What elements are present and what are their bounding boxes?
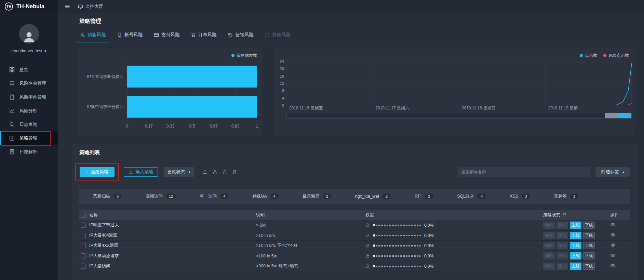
export-icon[interactable]	[202, 170, 207, 175]
row-checkbox[interactable]	[81, 253, 86, 258]
test-button[interactable]: 测试	[556, 222, 568, 229]
edit-button[interactable]: 编辑	[543, 252, 555, 259]
y-tick-label: 16	[280, 74, 284, 78]
search-policy-input[interactable]	[458, 167, 590, 177]
tag-count-badge: 2	[323, 194, 331, 199]
trash-icon[interactable]	[232, 170, 237, 175]
monitor-screen-link[interactable]: 监控大屏	[78, 3, 103, 10]
online-button[interactable]: 上线	[570, 242, 581, 249]
sidebar-nav: 总览风险名单管理风险事件管理风险分析日志查询策略管理日志解析	[0, 63, 58, 159]
offline-button[interactable]: 下线	[583, 232, 595, 239]
app-root: TH TH-Nebula threathunter_test ▼ 总览风险名单管…	[0, 0, 644, 280]
tag-filter[interactable]: 无标签1	[554, 194, 578, 199]
logo: TH TH-Nebula	[0, 0, 58, 13]
sidebar-item-overview[interactable]: 总览	[0, 63, 58, 77]
online-button[interactable]: 上线	[570, 252, 581, 259]
offline-button[interactable]: 下线	[583, 242, 595, 249]
tag-filter[interactable]: 单一访问4	[200, 194, 228, 199]
legend-dot	[580, 54, 583, 57]
test-button[interactable]: 测试	[556, 252, 568, 259]
tab-marketing-risk[interactable]: 营销风险	[226, 30, 255, 42]
tag-filter[interactable]: RFI2	[415, 194, 433, 199]
policy-name: IP大量访问	[89, 263, 110, 269]
eye-icon[interactable]	[610, 263, 616, 268]
online-button[interactable]: 上线	[570, 263, 581, 270]
charts-row: 策略触发数 IP大量请求相似接口IP集中请求部分接口 00.170.330.50…	[78, 48, 634, 135]
weight-slider[interactable]	[373, 225, 421, 226]
test-button[interactable]: 测试	[556, 263, 568, 270]
change-status-dropdown[interactable]: 更改状态 ▼	[164, 167, 194, 177]
offline-button[interactable]: 下线	[583, 263, 595, 270]
tab-account-risk[interactable]: 帐号风险	[116, 30, 144, 42]
legend-item[interactable]: 风险点击数	[603, 53, 629, 58]
row-checkbox[interactable]	[81, 264, 86, 269]
row-checkbox[interactable]	[81, 233, 86, 238]
table-row: IP大量动态请求>100 in 5m0.0%编辑测试上线下线	[79, 251, 630, 261]
sidebar-item-risk-event[interactable]: 风险事件管理	[0, 90, 58, 104]
sidebar-item-risk-analysis[interactable]: 风险分析	[0, 104, 58, 118]
bar-category-label: IP集中请求部分接口	[83, 104, 127, 110]
edit-button[interactable]: 编辑	[543, 242, 555, 249]
tag-filter[interactable]: 高频访问12	[146, 194, 176, 199]
legend-item[interactable]: 策略触发数	[231, 53, 257, 58]
grid-icon	[9, 67, 15, 72]
eye-icon[interactable]	[610, 232, 616, 238]
tag-filter[interactable]: SQL注入4	[457, 194, 486, 199]
user-menu[interactable]: threathunter_test ▼	[0, 49, 58, 53]
account-icon	[117, 32, 122, 38]
test-button[interactable]: 测试	[556, 242, 568, 249]
eye-icon[interactable]	[610, 242, 616, 248]
sidebar-item-risk-list[interactable]: 风险名单管理	[0, 77, 58, 90]
edit-button[interactable]: 编辑	[543, 263, 555, 270]
table-row: IP响应字节过大> 5M0.0%编辑测试上线下线	[79, 220, 630, 230]
row-checkbox[interactable]	[81, 243, 86, 248]
tag-count-badge: 3	[522, 194, 530, 199]
datazoom-selected-range[interactable]	[618, 113, 631, 118]
tab-payment-risk[interactable]: 支付风险	[152, 30, 181, 42]
tab-visitor-risk[interactable]: 访客风险	[79, 30, 107, 42]
datazoom-handle[interactable]	[605, 113, 618, 118]
tag-filter[interactable]: 恶意扫描6	[93, 194, 122, 199]
test-button[interactable]: 测试	[556, 232, 568, 239]
datazoom-slider[interactable]	[286, 113, 632, 119]
sidebar-item-policy-mgmt[interactable]: 策略管理	[0, 131, 58, 145]
row-checkbox[interactable]	[81, 223, 86, 228]
filter-funnel-icon[interactable]	[563, 213, 566, 217]
line-chart-y-axis: 04812162024	[275, 62, 286, 105]
weight-slider[interactable]	[373, 266, 421, 267]
eye-icon[interactable]	[610, 253, 616, 258]
eye-icon[interactable]	[610, 222, 616, 227]
offline-button[interactable]: 下线	[583, 222, 595, 229]
risk-list-icon	[9, 81, 15, 86]
bar	[127, 96, 257, 118]
legend-item[interactable]: 点击数	[580, 53, 597, 58]
policy-description: >300 in 5m 静态+动态	[256, 263, 298, 269]
analysis-icon	[9, 108, 15, 114]
tab-order-risk[interactable]: 订单风险	[189, 30, 218, 42]
policy-toolbar: + 新建策略 导入策略 更改状态 ▼	[79, 163, 630, 181]
import-policy-button[interactable]: 导入策略	[124, 167, 158, 177]
lock-icon[interactable]	[212, 170, 217, 175]
sidebar-item-log-query[interactable]: 日志查询	[0, 118, 58, 131]
lock-icon	[365, 233, 370, 238]
tag-filter[interactable]: 目录遍历2	[303, 194, 331, 199]
new-policy-button[interactable]: + 新建策略	[80, 167, 115, 177]
online-button[interactable]: 上线	[570, 222, 581, 229]
weight-slider[interactable]	[373, 235, 421, 236]
tag-filter[interactable]: XSS3	[510, 194, 530, 199]
tag-filter[interactable]: 特殊UA4	[252, 194, 278, 199]
offline-button[interactable]: 下线	[583, 252, 595, 259]
select-all-checkbox[interactable]	[81, 213, 86, 218]
unlock-icon[interactable]	[222, 170, 227, 175]
weight-slider[interactable]	[373, 255, 421, 257]
filter-tags-button[interactable]: 筛选标签 ▲	[595, 167, 630, 177]
edit-button[interactable]: 编辑	[543, 232, 555, 239]
weight-slider[interactable]	[373, 245, 421, 246]
tag-filter[interactable]: ngx_lua_waf2	[355, 194, 391, 199]
weight-value: 0.0%	[424, 233, 433, 238]
bar-row: IP大量请求相似接口	[83, 62, 257, 92]
sidebar-item-log-parse[interactable]: 日志解析	[0, 145, 58, 159]
online-button[interactable]: 上线	[570, 232, 581, 239]
hamburger-menu-icon[interactable]	[64, 4, 70, 9]
edit-button[interactable]: 编辑	[543, 222, 555, 229]
